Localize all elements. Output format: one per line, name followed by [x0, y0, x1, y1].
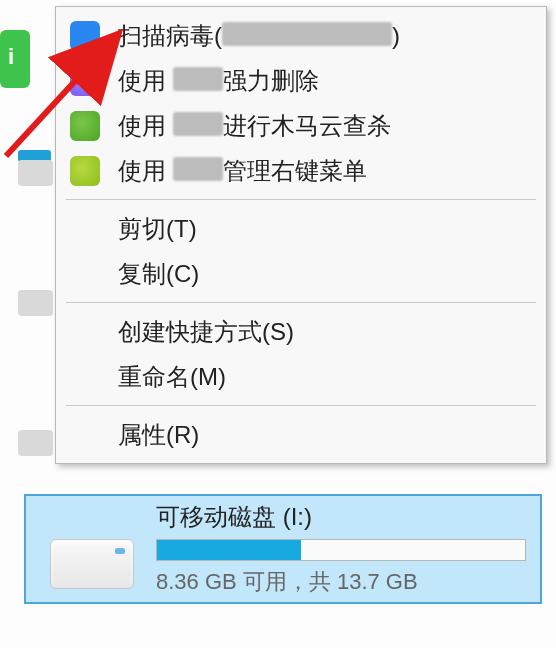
menu-label: 属性(R): [118, 419, 199, 451]
menu-label: 重命名(M): [118, 361, 226, 393]
sphere-icon: [70, 111, 100, 141]
bg-drive-icon-3: [18, 430, 53, 456]
masked-text: [173, 67, 223, 91]
menu-item-force-delete[interactable]: 使用 强力删除: [56, 58, 546, 103]
menu-label: 复制(C): [118, 258, 199, 290]
menu-separator: [66, 405, 536, 406]
menu-label: 使用 强力删除: [118, 65, 319, 97]
menu-item-trojan-cloud-scan[interactable]: 使用 进行木马云查杀: [56, 103, 546, 148]
capacity-fill: [157, 540, 301, 560]
menu-item-cut[interactable]: 剪切(T): [56, 206, 546, 251]
menu-label: 创建快捷方式(S): [118, 316, 294, 348]
menu-item-copy[interactable]: 复制(C): [56, 251, 546, 296]
masked-text: [173, 157, 223, 181]
bg-drive-icon-2: [18, 290, 53, 316]
menu-item-scan-virus[interactable]: 扫描病毒(): [56, 13, 546, 58]
bg-sidebar-tile: [0, 30, 30, 88]
menu-item-properties[interactable]: 属性(R): [56, 412, 546, 457]
bg-letter: i: [8, 44, 14, 70]
menu-item-rename[interactable]: 重命名(M): [56, 354, 546, 399]
drive-title: 可移动磁盘 (I:): [156, 501, 530, 533]
drive-info: 可移动磁盘 (I:) 8.36 GB 可用，共 13.7 GB: [156, 501, 530, 597]
menu-label: 使用 管理右键菜单: [118, 155, 367, 187]
context-menu: 扫描病毒() 使用 强力删除 使用 进行木马云查杀 使用 管理右键菜单 剪切(T…: [55, 6, 547, 464]
drive-icon: [42, 509, 142, 589]
sphere-icon: [70, 66, 100, 96]
capacity-text: 8.36 GB 可用，共 13.7 GB: [156, 567, 530, 597]
menu-label: 剪切(T): [118, 213, 197, 245]
masked-text: [173, 112, 223, 136]
drive-row-removable[interactable]: 可移动磁盘 (I:) 8.36 GB 可用，共 13.7 GB: [24, 494, 542, 604]
shield-icon: [70, 21, 100, 51]
menu-separator: [66, 302, 536, 303]
capacity-bar: [156, 539, 526, 561]
menu-item-create-shortcut[interactable]: 创建快捷方式(S): [56, 309, 546, 354]
masked-text: [222, 22, 392, 46]
menu-separator: [66, 199, 536, 200]
menu-label: 使用 进行木马云查杀: [118, 110, 391, 142]
menu-item-manage-context-menu[interactable]: 使用 管理右键菜单: [56, 148, 546, 193]
menu-label: 扫描病毒(): [118, 20, 400, 52]
bg-drive-icon-1: [18, 160, 53, 186]
screenshot-stage: i 扫描病毒() 使用 强力删除 使用 进行木马云查杀 使用 管: [0, 0, 556, 648]
sphere-icon: [70, 156, 100, 186]
